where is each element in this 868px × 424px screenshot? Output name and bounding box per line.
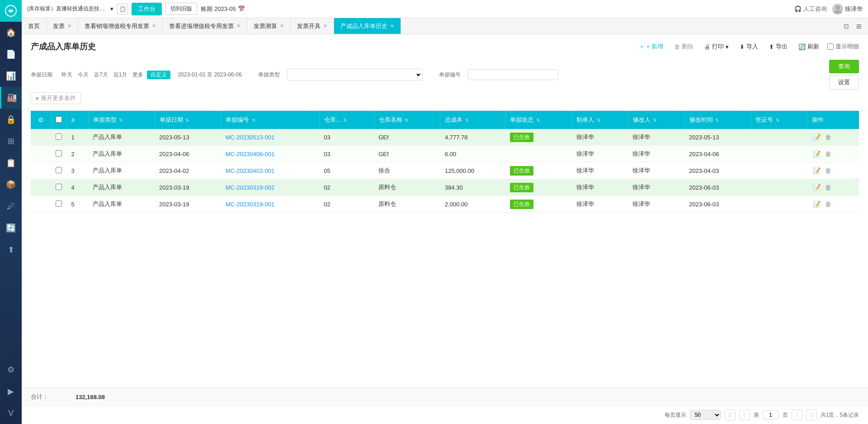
next-page-btn[interactable]: ⟩ [792, 410, 802, 420]
tab-invoice-calc[interactable]: 发票测算 ✕ [247, 18, 291, 34]
prev-page-btn[interactable]: ⟨ [739, 410, 750, 420]
row-doc-number[interactable]: MC-20230319-002 [221, 179, 319, 196]
row-delete-btn[interactable]: 🗑 [823, 132, 833, 142]
th-modifier[interactable]: 修改人 ⇅ [628, 111, 684, 129]
th-doc-status[interactable]: 单据状态 ⇅ [505, 111, 572, 129]
doc-type-select[interactable] [287, 69, 423, 81]
sidebar-item-box[interactable]: 📦 [0, 174, 22, 195]
sidebar-item-version[interactable]: V [0, 402, 22, 424]
tab-sales-vat[interactable]: 查看销项增值税专用发票 ✕ [78, 18, 163, 34]
th-doc-date[interactable]: 单据日期 ⇅ [155, 111, 221, 129]
row-edit-btn[interactable]: 📝 [811, 166, 821, 176]
row-select-checkbox[interactable] [56, 150, 62, 157]
quick-date-1month[interactable]: 近1月 [112, 71, 129, 79]
tab-home[interactable]: 首页 [22, 18, 47, 34]
tab-invoice-open-close[interactable]: ✕ [323, 23, 327, 29]
th-warehouse-code[interactable]: 仓库... ⇅ [319, 111, 374, 129]
doc-number-link[interactable]: MC-20230513-001 [226, 134, 274, 141]
tab-invoice-calc-close[interactable]: ✕ [280, 23, 284, 29]
sidebar-item-table[interactable]: 📋 [0, 152, 22, 174]
select-all-checkbox[interactable] [56, 116, 62, 123]
copy-button[interactable]: 📋 [117, 4, 128, 14]
sidebar-item-home[interactable]: 🏠 [0, 22, 22, 43]
row-checkbox[interactable] [51, 196, 67, 213]
company-dropdown-icon[interactable]: ▾ [110, 5, 113, 12]
row-delete-btn[interactable]: 🗑 [823, 199, 833, 209]
doc-number-link[interactable]: MC-20230319-001 [226, 201, 274, 208]
quick-date-7days[interactable]: 近7天 [92, 71, 110, 79]
tab-purchase-vat-close[interactable]: ✕ [236, 23, 241, 29]
column-settings-icon[interactable]: ⚙ [35, 114, 46, 125]
row-edit-btn[interactable]: 📝 [811, 132, 821, 142]
sidebar-item-grid[interactable]: ⊞ [0, 130, 22, 152]
per-page-select[interactable]: 50 100 200 [690, 410, 721, 420]
row-edit-btn[interactable]: 📝 [811, 182, 821, 192]
row-delete-btn[interactable]: 🗑 [823, 166, 833, 176]
row-checkbox[interactable] [51, 129, 67, 146]
doc-number-input[interactable] [468, 69, 558, 80]
row-delete-btn[interactable]: 🗑 [823, 149, 833, 159]
th-checkbox[interactable] [51, 111, 67, 129]
company-selector[interactable]: (库存核算）直播轻抚通信息技术股份... ▾ [27, 5, 113, 13]
switch-version-button[interactable]: 切到旧版 [165, 3, 197, 15]
import-button[interactable]: ⬇ 导入 [737, 41, 761, 52]
tab-restore-btn[interactable]: ⊡ [841, 21, 852, 32]
tab-invoice[interactable]: 发票 ✕ [47, 18, 78, 34]
tab-product-history-close[interactable]: ✕ [390, 23, 394, 29]
doc-number-link[interactable]: MC-20230402-001 [226, 167, 274, 174]
tab-product-history[interactable]: 产成品入库单历史 ✕ [334, 18, 401, 34]
expand-more-button[interactable]: ▾ 展开更多条件 [31, 92, 81, 104]
row-delete-btn[interactable]: 🗑 [823, 182, 833, 192]
display-checkbox[interactable] [827, 43, 834, 50]
quick-date-custom[interactable]: 自定义 [147, 71, 170, 79]
page-input[interactable] [763, 410, 779, 419]
new-button[interactable]: ＋ + 新增 [636, 41, 666, 52]
tab-invoice-close[interactable]: ✕ [67, 23, 71, 29]
refresh-button[interactable]: 🔄 刷新 [796, 41, 822, 52]
last-page-btn[interactable]: ⟩⟩ [806, 410, 817, 420]
row-doc-number[interactable]: MC-20230402-001 [221, 162, 319, 179]
th-modify-time[interactable]: 修改时间 ⇅ [684, 111, 751, 129]
sidebar-item-docs[interactable]: 📄 [0, 43, 22, 65]
row-checkbox[interactable] [51, 179, 67, 196]
tab-expand-btn[interactable]: ⊞ [854, 21, 864, 32]
row-doc-number[interactable]: MC-20230513-001 [221, 129, 319, 146]
display-toggle[interactable]: 显示明细 [827, 43, 859, 51]
quick-date-more[interactable]: 更多 [131, 71, 145, 79]
tab-sales-vat-close[interactable]: ✕ [152, 23, 156, 29]
th-doc-number[interactable]: 单据编号 ⇅ [221, 111, 319, 129]
th-creator[interactable]: 制单人 ⇅ [572, 111, 628, 129]
doc-number-link[interactable]: MC-20230406-001 [226, 151, 274, 157]
calendar-icon[interactable]: 📅 [238, 5, 245, 12]
first-page-btn[interactable]: ⟨⟨ [725, 410, 736, 420]
sidebar-item-play[interactable]: ▶ [0, 381, 22, 402]
sidebar-item-warehouse[interactable]: 🏭 [0, 87, 22, 109]
sidebar-item-settings[interactable]: ⚙ [0, 359, 22, 381]
row-select-checkbox[interactable] [56, 167, 62, 173]
help-button[interactable]: 🎧 人工咨询 [794, 5, 827, 13]
doc-number-link[interactable]: MC-20230319-002 [226, 184, 274, 191]
setting-button[interactable]: 设置 [829, 75, 859, 90]
th-voucher-no[interactable]: 凭证号 ⇅ [751, 111, 807, 129]
row-checkbox[interactable] [51, 146, 67, 162]
sidebar-item-refresh[interactable]: 🔄 [0, 217, 22, 239]
user-menu[interactable]: 徐泽华 [832, 4, 863, 14]
tab-purchase-vat[interactable]: 查看进项增值税专用发票 ✕ [163, 18, 247, 34]
quick-date-today[interactable]: 今天 [76, 71, 90, 79]
print-button[interactable]: 🖨 打印 ▾ [702, 41, 731, 52]
sidebar-item-chart[interactable]: 📊 [0, 65, 22, 87]
th-warehouse-name[interactable]: 仓库名称 ⇅ [374, 111, 440, 129]
search-button[interactable]: 查询 [829, 60, 859, 73]
th-doc-type[interactable]: 单据类型 ⇅ [88, 111, 155, 129]
export-button[interactable]: ⬆ 导出 [766, 41, 790, 52]
quick-date-yesterday[interactable]: 昨天 [60, 71, 74, 79]
row-doc-number[interactable]: MC-20230406-001 [221, 146, 319, 162]
workbench-button[interactable]: 工作台 [132, 3, 162, 15]
th-settings[interactable]: ⚙ [31, 111, 51, 129]
th-total-cost[interactable]: 总成本 ⇅ [440, 111, 505, 129]
row-select-checkbox[interactable] [56, 133, 62, 140]
row-select-checkbox[interactable] [56, 200, 62, 207]
row-edit-btn[interactable]: 📝 [811, 199, 821, 209]
row-checkbox[interactable] [51, 162, 67, 179]
sidebar-item-upload[interactable]: ⬆ [0, 239, 22, 261]
